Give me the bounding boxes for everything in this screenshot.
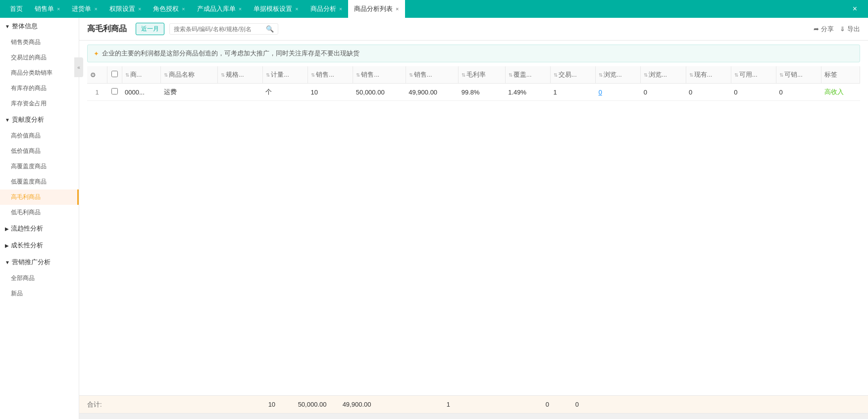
nav-close-icon[interactable]: × bbox=[182, 6, 185, 12]
sidebar-item-低价值商品[interactable]: 低价值商品 bbox=[0, 143, 79, 159]
row-unit: 个 bbox=[262, 84, 307, 101]
row-checkbox[interactable] bbox=[107, 84, 122, 101]
sidebar-section-成长性分析[interactable]: ▶成长性分析 bbox=[0, 237, 79, 254]
table-row: 1 0000... 运费 个 10 50,000.00 49,900.00 99… bbox=[87, 84, 860, 101]
sidebar: ▼整体信息销售类商品交易过的商品商品分类助销率有库存的商品库存资金占用▼贡献度分… bbox=[0, 18, 79, 419]
sort-icon: ⇅ bbox=[734, 72, 738, 78]
footer-sales1: 10 bbox=[265, 401, 295, 408]
th-col-10[interactable]: ⇅浏览... bbox=[596, 66, 641, 84]
nav-item-商品分析[interactable]: 商品分析× bbox=[305, 0, 348, 18]
nav-close-icon[interactable]: × bbox=[57, 6, 60, 12]
nav-item-单据模板设置[interactable]: 单据模板设置× bbox=[248, 0, 304, 18]
footer-transaction: 1 bbox=[444, 401, 483, 408]
sidebar-item-低毛利商品[interactable]: 低毛利商品 bbox=[0, 205, 79, 220]
th-col-3[interactable]: ⇅计量... bbox=[262, 66, 307, 84]
nav-close-icon[interactable]: × bbox=[339, 6, 342, 12]
nav-close-icon[interactable]: × bbox=[396, 6, 399, 12]
row-browse1[interactable]: 0 bbox=[596, 84, 641, 101]
sidebar-section-流趋性分析[interactable]: ▶流趋性分析 bbox=[0, 220, 79, 237]
export-button[interactable]: ⇓ 导出 bbox=[840, 25, 860, 34]
sort-icon: ⇅ bbox=[599, 72, 603, 78]
sort-icon: ⇅ bbox=[779, 72, 783, 78]
footer-available: 0 bbox=[572, 401, 602, 408]
share-icon: ➦ bbox=[814, 25, 819, 33]
nav-item-商品分析列表[interactable]: 商品分析列表× bbox=[348, 0, 405, 18]
sidebar-item-商品分类助销率[interactable]: 商品分类助销率 bbox=[0, 65, 79, 81]
th-col-11[interactable]: ⇅浏览... bbox=[641, 66, 686, 84]
select-all-checkbox[interactable] bbox=[111, 71, 118, 77]
nav-close-icon[interactable]: × bbox=[295, 6, 298, 12]
th-col-12[interactable]: ⇅现有... bbox=[686, 66, 731, 84]
row-sales2: 50,000.00 bbox=[353, 84, 406, 101]
horizontal-scrollbar[interactable] bbox=[79, 413, 868, 419]
sidebar-item-销售类商品[interactable]: 销售类商品 bbox=[0, 35, 79, 50]
info-icon: ✦ bbox=[94, 50, 99, 57]
sidebar-item-全部商品[interactable]: 全部商品 bbox=[0, 271, 79, 286]
sidebar-item-高毛利商品[interactable]: 高毛利商品 bbox=[0, 189, 79, 205]
nav-item-首页[interactable]: 首页 bbox=[4, 0, 29, 18]
section-arrow-icon: ▶ bbox=[5, 243, 9, 248]
nav-close-icon[interactable]: × bbox=[239, 6, 242, 12]
th-col-4[interactable]: ⇅销售... bbox=[308, 66, 353, 84]
nav-close-icon[interactable]: × bbox=[94, 6, 97, 12]
th-settings[interactable]: ⚙ bbox=[87, 66, 107, 84]
th-col-0[interactable]: ⇅商... bbox=[122, 66, 161, 84]
th-checkbox[interactable] bbox=[107, 66, 122, 84]
th-col-1[interactable]: ⇅商品名称 bbox=[161, 66, 217, 84]
sort-icon: ⇅ bbox=[164, 72, 168, 78]
row-num: 1 bbox=[87, 84, 107, 101]
nav-item-进货单[interactable]: 进货单× bbox=[66, 0, 103, 18]
sort-icon: ⇅ bbox=[356, 72, 360, 78]
sidebar-section-贡献度分析[interactable]: ▼贡献度分析 bbox=[0, 111, 79, 128]
footer-totals: 10 50,000.00 49,900.00 1 0 0 bbox=[112, 401, 860, 408]
info-bar: ✦ 企业的主要的利润都是这部分商品创造的，可考虑加大推广，同时关注库存是不要出现… bbox=[87, 45, 860, 62]
th-col-6[interactable]: ⇅销售... bbox=[406, 66, 458, 84]
sidebar-item-交易过的商品[interactable]: 交易过的商品 bbox=[0, 50, 79, 65]
search-input[interactable] bbox=[174, 26, 266, 33]
content-header: 高毛利商品 近一月 🔍 ➦ 分享 ⇓ 导出 bbox=[79, 18, 868, 41]
sidebar-item-高覆盖度商品[interactable]: 高覆盖度商品 bbox=[0, 159, 79, 174]
nav-close-icon[interactable]: × bbox=[138, 6, 141, 12]
sidebar-section-营销推广分析[interactable]: ▼营销推广分析 bbox=[0, 254, 79, 271]
sort-icon: ⇅ bbox=[689, 72, 693, 78]
sort-icon: ⇅ bbox=[221, 72, 225, 78]
sidebar-item-有库存的商品[interactable]: 有库存的商品 bbox=[0, 81, 79, 96]
sort-icon: ⇅ bbox=[125, 72, 129, 78]
content-area: 高毛利商品 近一月 🔍 ➦ 分享 ⇓ 导出 ✦ 企业的主要的利润都是这部分商品创… bbox=[79, 18, 868, 419]
th-col-9[interactable]: ⇅交易... bbox=[550, 66, 595, 84]
page-title: 高毛利商品 bbox=[87, 24, 127, 34]
th-col-2[interactable]: ⇅规格... bbox=[217, 66, 262, 84]
search-box: 🔍 bbox=[169, 23, 278, 35]
section-arrow-icon: ▼ bbox=[5, 24, 10, 29]
th-col-5[interactable]: ⇅销售... bbox=[353, 66, 406, 84]
sidebar-item-库存资金占用[interactable]: 库存资金占用 bbox=[0, 96, 79, 111]
sidebar-item-高价值商品[interactable]: 高价值商品 bbox=[0, 128, 79, 143]
sort-icon: ⇅ bbox=[461, 72, 465, 78]
row-available: 0 bbox=[731, 84, 776, 101]
th-col-13[interactable]: ⇅可用... bbox=[731, 66, 776, 84]
th-col-15: 标签 bbox=[821, 66, 860, 84]
nav-item-销售单[interactable]: 销售单× bbox=[29, 0, 66, 18]
search-icon[interactable]: 🔍 bbox=[266, 25, 274, 33]
footer-sales3: 49,900.00 bbox=[340, 401, 384, 408]
nav-item-权限设置[interactable]: 权限设置× bbox=[103, 0, 147, 18]
sidebar-collapse-button[interactable]: « bbox=[74, 57, 83, 77]
sidebar-item-低覆盖度商品[interactable]: 低覆盖度商品 bbox=[0, 174, 79, 189]
share-button[interactable]: ➦ 分享 bbox=[814, 25, 834, 34]
row-code: 0000... bbox=[122, 84, 161, 101]
filter-recent-month-button[interactable]: 近一月 bbox=[136, 23, 164, 35]
sort-icon: ⇅ bbox=[554, 72, 558, 78]
th-col-14[interactable]: ⇅可销... bbox=[776, 66, 821, 84]
nav-item-产成品入库单[interactable]: 产成品入库单× bbox=[191, 0, 248, 18]
sidebar-section-整体信息[interactable]: ▼整体信息 bbox=[0, 18, 79, 35]
sort-icon: ⇅ bbox=[509, 72, 512, 78]
sort-icon: ⇅ bbox=[266, 72, 270, 78]
footer-sales2: 50,000.00 bbox=[295, 401, 340, 408]
nav-item-角色授权[interactable]: 角色授权× bbox=[147, 0, 191, 18]
sidebar-item-新品[interactable]: 新品 bbox=[0, 286, 79, 301]
export-icon: ⇓ bbox=[840, 25, 845, 33]
window-close-button[interactable]: × bbox=[846, 4, 864, 13]
th-col-7[interactable]: ⇅毛利率 bbox=[459, 66, 506, 84]
row-spec bbox=[217, 84, 262, 101]
th-col-8[interactable]: ⇅覆盖... bbox=[505, 66, 550, 84]
